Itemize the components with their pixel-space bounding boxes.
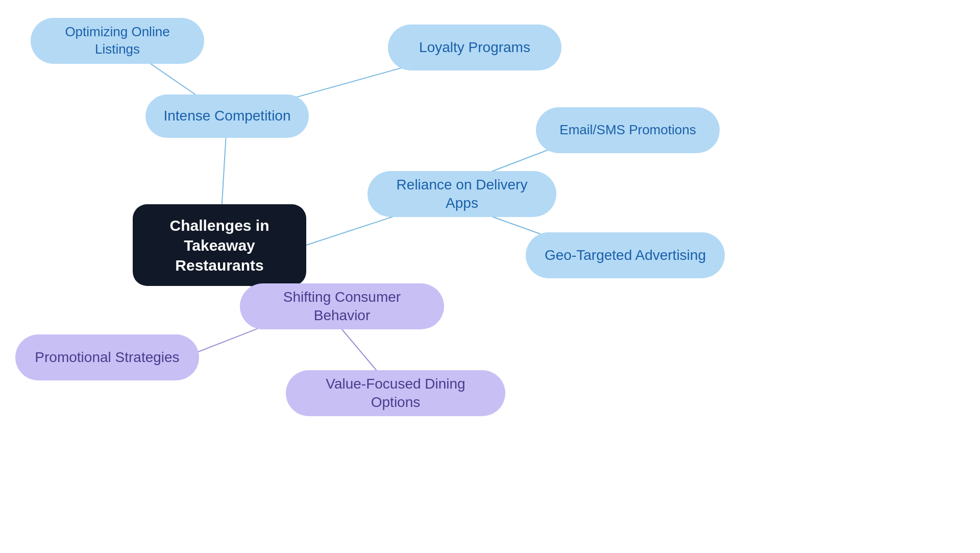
email-sms-node: Email/SMS Promotions bbox=[536, 107, 720, 153]
reliance-delivery-node: Reliance on Delivery Apps bbox=[368, 171, 556, 217]
email-sms-label: Email/SMS Promotions bbox=[559, 122, 696, 139]
geo-targeted-node: Geo-Targeted Advertising bbox=[526, 232, 725, 278]
promotional-strategies-node: Promotional Strategies bbox=[15, 334, 199, 380]
loyalty-node: Loyalty Programs bbox=[388, 25, 561, 70]
value-focused-label: Value-Focused Dining Options bbox=[302, 375, 489, 412]
center-node: Challenges in Takeaway Restaurants bbox=[133, 204, 306, 286]
reliance-delivery-label: Reliance on Delivery Apps bbox=[384, 176, 540, 213]
intense-competition-node: Intense Competition bbox=[145, 94, 309, 138]
optimizing-node: Optimizing Online Listings bbox=[31, 18, 204, 64]
promotional-strategies-label: Promotional Strategies bbox=[35, 348, 179, 367]
intense-competition-label: Intense Competition bbox=[163, 107, 290, 125]
geo-targeted-label: Geo-Targeted Advertising bbox=[545, 246, 706, 265]
shifting-consumer-label: Shifting Consumer Behavior bbox=[256, 288, 428, 325]
optimizing-node-label: Optimizing Online Listings bbox=[47, 23, 188, 58]
value-focused-node: Value-Focused Dining Options bbox=[286, 370, 505, 416]
center-node-label: Challenges in Takeaway Restaurants bbox=[149, 215, 290, 275]
shifting-consumer-node: Shifting Consumer Behavior bbox=[240, 283, 444, 329]
loyalty-node-label: Loyalty Programs bbox=[419, 38, 530, 57]
